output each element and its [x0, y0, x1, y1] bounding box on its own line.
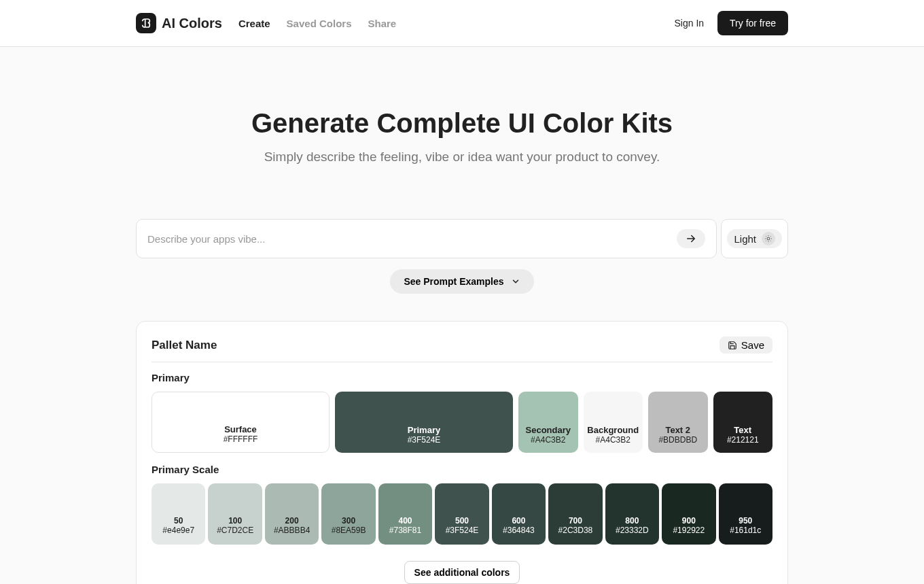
logo-text: AI Colors — [162, 16, 222, 31]
submit-button[interactable] — [677, 229, 705, 248]
theme-toggle[interactable]: Light — [727, 229, 782, 248]
swatch-label: Primary — [408, 425, 440, 435]
palette-title: Pallet Name — [152, 339, 217, 352]
scale-swatch-500[interactable]: 500#3F524E — [435, 483, 488, 545]
scale-swatch-950[interactable]: 950#161d1c — [719, 483, 772, 545]
swatch-hex: #A4C3B2 — [596, 435, 630, 445]
sun-icon — [762, 232, 775, 245]
scale-step: 100 — [228, 516, 242, 526]
nav-create[interactable]: Create — [238, 18, 270, 29]
app-header: AI Colors Create Saved Colors Share Sign… — [0, 0, 924, 47]
scale-step: 500 — [455, 516, 469, 526]
try-for-free-button[interactable]: Try for free — [717, 11, 788, 35]
scale-swatch-600[interactable]: 600#364843 — [492, 483, 546, 545]
scale-step: 50 — [174, 516, 183, 526]
primary-section-label: Primary — [152, 372, 772, 383]
scale-hex: #2C3D38 — [558, 526, 593, 535]
scale-swatch-50[interactable]: 50#e4e9e7 — [152, 483, 205, 545]
color-swatch-text-2[interactable]: Text 2#BDBDBD — [648, 392, 708, 453]
scale-swatch-800[interactable]: 800#23332D — [605, 483, 659, 545]
color-swatch-primary[interactable]: Primary#3F524E — [335, 392, 513, 453]
scale-step: 950 — [739, 516, 752, 526]
swatch-label: Text — [734, 425, 751, 435]
scale-swatch-100[interactable]: 100#C7D2CE — [208, 483, 262, 545]
swatch-hex: #BDBDBD — [658, 435, 697, 445]
save-button[interactable]: Save — [719, 337, 772, 354]
scale-hex: #364843 — [503, 526, 535, 535]
scale-hex: #8EA59B — [332, 526, 366, 535]
scale-hex: #23332D — [616, 526, 649, 535]
nav-saved-colors[interactable]: Saved Colors — [287, 18, 352, 29]
color-swatch-text[interactable]: Text#212121 — [713, 392, 773, 453]
page-title: Generate Complete UI Color Kits — [136, 108, 788, 139]
scale-hex: #3F524E — [446, 526, 479, 535]
logo-icon — [136, 13, 156, 33]
prompt-input-wrapper — [136, 219, 717, 258]
scale-step: 200 — [285, 516, 299, 526]
prompt-row: Light — [136, 219, 788, 258]
color-swatch-background[interactable]: Background#A4C3B2 — [584, 392, 643, 453]
swatch-label: Surface — [224, 424, 257, 434]
scale-step: 300 — [342, 516, 355, 526]
save-icon — [728, 341, 737, 350]
swatch-hex: #A4C3B2 — [531, 435, 565, 445]
color-swatch-secondary[interactable]: Secondary#A4C3B2 — [518, 392, 578, 453]
chevron-down-icon — [511, 277, 520, 286]
scale-step: 400 — [399, 516, 412, 526]
scale-swatch-300[interactable]: 300#8EA59B — [321, 483, 375, 545]
scale-step: 700 — [569, 516, 582, 526]
swatch-label: Text 2 — [665, 425, 690, 435]
scale-swatch-400[interactable]: 400#738F81 — [378, 483, 432, 545]
swatch-label: Background — [587, 425, 639, 435]
swatch-hex: #212121 — [727, 435, 759, 445]
scale-hex: #161d1c — [730, 526, 761, 535]
scale-step: 800 — [625, 516, 639, 526]
swatch-hex: #FFFFFF — [224, 434, 258, 444]
save-label: Save — [741, 339, 764, 351]
arrow-right-icon — [685, 233, 697, 245]
color-swatch-surface[interactable]: Surface#FFFFFF — [152, 392, 330, 453]
nav-share[interactable]: Share — [368, 18, 396, 29]
svg-point-0 — [767, 237, 770, 240]
theme-label: Light — [734, 233, 756, 245]
main-content: Generate Complete UI Color Kits Simply d… — [136, 47, 788, 584]
primary-scale-row: 50#e4e9e7100#C7D2CE200#ABBBB4300#8EA59B4… — [152, 483, 772, 545]
scale-swatch-200[interactable]: 200#ABBBB4 — [265, 483, 319, 545]
scale-step: 900 — [682, 516, 696, 526]
scale-hex: #738F81 — [389, 526, 421, 535]
swatch-label: Secondary — [526, 425, 571, 435]
scale-hex: #e4e9e7 — [162, 526, 194, 535]
main-nav: Create Saved Colors Share — [238, 18, 396, 29]
page-subtitle: Simply describe the feeling, vibe or ide… — [136, 150, 788, 165]
prompt-input[interactable] — [147, 233, 677, 245]
sign-in-link[interactable]: Sign In — [674, 18, 704, 29]
primary-scale-label: Primary Scale — [152, 464, 772, 475]
see-additional-colors-button[interactable]: See additional colors — [404, 561, 520, 584]
scale-swatch-700[interactable]: 700#2C3D38 — [548, 483, 602, 545]
scale-step: 600 — [512, 516, 525, 526]
theme-toggle-wrapper: Light — [721, 219, 788, 258]
scale-hex: #ABBBB4 — [274, 526, 310, 535]
scale-hex: #192922 — [673, 526, 705, 535]
scale-swatch-900[interactable]: 900#192922 — [662, 483, 715, 545]
see-prompt-examples-label: See Prompt Examples — [404, 276, 503, 287]
palette-card: Pallet Name Save Primary Surface#FFFFFFP… — [136, 321, 788, 584]
scale-hex: #C7D2CE — [217, 526, 253, 535]
see-prompt-examples-button[interactable]: See Prompt Examples — [390, 269, 533, 294]
primary-swatches-row: Surface#FFFFFFPrimary#3F524ESecondary#A4… — [152, 392, 772, 453]
logo[interactable]: AI Colors — [136, 13, 222, 33]
swatch-hex: #3F524E — [408, 435, 441, 445]
